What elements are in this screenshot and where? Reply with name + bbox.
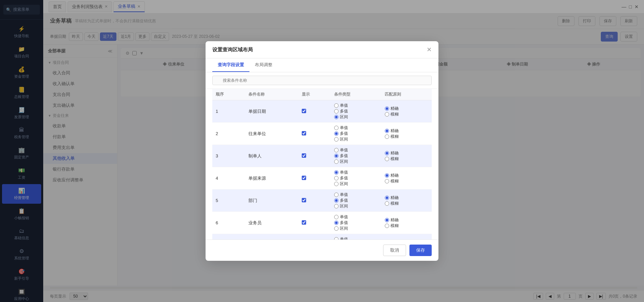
cell-show-2[interactable] bbox=[298, 123, 331, 145]
cell-condtype-7[interactable]: 单值多值区间 bbox=[331, 234, 381, 240]
condtype-range-2[interactable]: 区间 bbox=[334, 136, 378, 142]
condtype-multi-3[interactable]: 多值 bbox=[334, 153, 378, 159]
show-checkbox-3[interactable] bbox=[302, 153, 306, 158]
modal-search: 🔍 bbox=[206, 72, 438, 89]
cell-match-3[interactable]: 精确模糊 bbox=[381, 145, 432, 167]
modal-row-2: 2往来单位单值多值区间精确模糊 bbox=[212, 123, 432, 145]
cell-show-5[interactable] bbox=[298, 190, 331, 212]
cell-show-6[interactable] bbox=[298, 212, 331, 234]
cell-match-2[interactable]: 精确模糊 bbox=[381, 123, 432, 145]
modal-body: 查询字段设置布局调整 🔍 顺序条件名称显示条件类型匹配原则 1单据日期单值多值区… bbox=[206, 58, 438, 240]
modal-overlay: 设置查询区域布局 ✕ 查询字段设置布局调整 🔍 顺序条件名称显示条件类型匹配原则… bbox=[0, 0, 644, 302]
cell-order-2: 2 bbox=[212, 123, 245, 145]
match-exact-3[interactable]: 精确 bbox=[385, 150, 428, 156]
cell-condtype-1[interactable]: 单值多值区间 bbox=[331, 100, 381, 123]
modal-tab-query-fields[interactable]: 查询字段设置 bbox=[212, 58, 249, 72]
show-checkbox-6[interactable] bbox=[302, 220, 306, 225]
match-exact-2[interactable]: 精确 bbox=[385, 128, 428, 134]
modal-row-6: 6业务员单值多值区间精确模糊 bbox=[212, 212, 432, 234]
cell-match-6[interactable]: 精确模糊 bbox=[381, 212, 432, 234]
cell-show-3[interactable] bbox=[298, 145, 331, 167]
cell-condtype-2[interactable]: 单值多值区间 bbox=[331, 123, 381, 145]
condtype-single-1[interactable]: 单值 bbox=[334, 103, 378, 108]
modal-row-4: 4单据来源单值多值区间精确模糊 bbox=[212, 167, 432, 190]
cell-name-1: 单据日期 bbox=[245, 100, 298, 123]
modal-tabs: 查询字段设置布局调整 bbox=[206, 58, 438, 72]
condtype-single-2[interactable]: 单值 bbox=[334, 125, 378, 131]
condtype-multi-4[interactable]: 多值 bbox=[334, 175, 378, 181]
show-checkbox-1[interactable] bbox=[302, 109, 306, 113]
show-checkbox-4[interactable] bbox=[302, 176, 306, 180]
condtype-single-3[interactable]: 单值 bbox=[334, 147, 378, 153]
match-fuzzy-2[interactable]: 模糊 bbox=[385, 134, 428, 140]
match-fuzzy-3[interactable]: 模糊 bbox=[385, 156, 428, 162]
condtype-single-4[interactable]: 单值 bbox=[334, 170, 378, 175]
modal-header-顺序: 顺序 bbox=[212, 89, 245, 100]
condtype-multi-1[interactable]: 多值 bbox=[334, 108, 378, 114]
match-fuzzy-4[interactable]: 模糊 bbox=[385, 178, 428, 184]
modal-cancel-button[interactable]: 取消 bbox=[383, 245, 406, 256]
cell-condtype-5[interactable]: 单值多值区间 bbox=[331, 190, 381, 212]
modal-header-条件类型: 条件类型 bbox=[331, 89, 381, 100]
cell-order-5: 5 bbox=[212, 190, 245, 212]
modal-row-3: 3制单人单值多值区间精确模糊 bbox=[212, 145, 432, 167]
modal-close-button[interactable]: ✕ bbox=[427, 46, 432, 53]
condtype-range-6[interactable]: 区间 bbox=[334, 226, 378, 231]
condtype-single-6[interactable]: 单值 bbox=[334, 214, 378, 220]
modal-tab-layout[interactable]: 布局调整 bbox=[249, 58, 278, 72]
modal-header-显示: 显示 bbox=[298, 89, 331, 100]
modal-header: 设置查询区域布局 ✕ bbox=[206, 41, 438, 58]
cell-order-1: 1 bbox=[212, 100, 245, 123]
modal-header-匹配原则: 匹配原则 bbox=[381, 89, 432, 100]
match-fuzzy-1[interactable]: 模糊 bbox=[385, 111, 428, 117]
cell-match-7[interactable]: 精确模糊 bbox=[381, 234, 432, 240]
modal-save-button[interactable]: 保存 bbox=[409, 245, 432, 256]
show-checkbox-2[interactable] bbox=[302, 131, 306, 135]
modal-row-5: 5部门单值多值区间精确模糊 bbox=[212, 190, 432, 212]
match-exact-1[interactable]: 精确 bbox=[385, 106, 428, 111]
settings-modal: 设置查询区域布局 ✕ 查询字段设置布局调整 🔍 顺序条件名称显示条件类型匹配原则… bbox=[206, 41, 438, 261]
cell-show-4[interactable] bbox=[298, 167, 331, 190]
modal-table-wrap: 顺序条件名称显示条件类型匹配原则 1单据日期单值多值区间精确模糊2往来单位单值多… bbox=[206, 89, 438, 240]
condtype-single-5[interactable]: 单值 bbox=[334, 192, 378, 198]
match-exact-4[interactable]: 精确 bbox=[385, 173, 428, 178]
condtype-range-3[interactable]: 区间 bbox=[334, 159, 378, 165]
cell-order-3: 3 bbox=[212, 145, 245, 167]
cell-name-6: 业务员 bbox=[245, 212, 298, 234]
cell-show-1[interactable] bbox=[298, 100, 331, 123]
modal-footer: 取消 保存 bbox=[206, 240, 438, 261]
cell-match-1[interactable]: 精确模糊 bbox=[381, 100, 432, 123]
cell-order-4: 4 bbox=[212, 167, 245, 190]
match-exact-5[interactable]: 精确 bbox=[385, 195, 428, 201]
cell-match-4[interactable]: 精确模糊 bbox=[381, 167, 432, 190]
cell-show-7[interactable] bbox=[298, 234, 331, 240]
modal-row-1: 1单据日期单值多值区间精确模糊 bbox=[212, 100, 432, 123]
condtype-multi-6[interactable]: 多值 bbox=[334, 220, 378, 226]
modal-row-7: 7仓库单值多值区间精确模糊 bbox=[212, 234, 432, 240]
match-fuzzy-5[interactable]: 模糊 bbox=[385, 201, 428, 206]
show-checkbox-5[interactable] bbox=[302, 198, 306, 202]
modal-search-input[interactable] bbox=[212, 76, 432, 85]
cell-name-4: 单据来源 bbox=[245, 167, 298, 190]
cell-condtype-3[interactable]: 单值多值区间 bbox=[331, 145, 381, 167]
condtype-multi-5[interactable]: 多值 bbox=[334, 198, 378, 203]
cell-condtype-4[interactable]: 单值多值区间 bbox=[331, 167, 381, 190]
condtype-range-4[interactable]: 区间 bbox=[334, 181, 378, 187]
search-wrap: 🔍 bbox=[212, 76, 432, 85]
match-exact-6[interactable]: 精确 bbox=[385, 217, 428, 223]
condtype-range-5[interactable]: 区间 bbox=[334, 203, 378, 209]
condtype-range-1[interactable]: 区间 bbox=[334, 114, 378, 120]
cell-name-7: 仓库 bbox=[245, 234, 298, 240]
match-fuzzy-6[interactable]: 模糊 bbox=[385, 223, 428, 229]
condtype-multi-2[interactable]: 多值 bbox=[334, 131, 378, 136]
cell-match-5[interactable]: 精确模糊 bbox=[381, 190, 432, 212]
cell-condtype-6[interactable]: 单值多值区间 bbox=[331, 212, 381, 234]
modal-conditions-table: 顺序条件名称显示条件类型匹配原则 1单据日期单值多值区间精确模糊2往来单位单值多… bbox=[212, 89, 432, 240]
cell-order-7: 7 bbox=[212, 234, 245, 240]
cell-name-5: 部门 bbox=[245, 190, 298, 212]
cell-order-6: 6 bbox=[212, 212, 245, 234]
modal-header-条件名称: 条件名称 bbox=[245, 89, 298, 100]
condtype-single-7[interactable]: 单值 bbox=[334, 236, 378, 240]
cell-name-3: 制单人 bbox=[245, 145, 298, 167]
modal-title: 设置查询区域布局 bbox=[212, 47, 253, 53]
